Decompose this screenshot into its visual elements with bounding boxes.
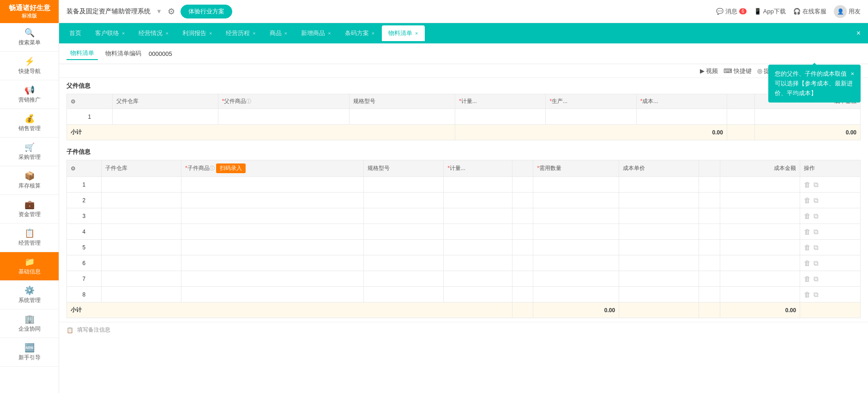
child-cell-quantity-8[interactable] (533, 287, 619, 302)
sidebar-item-guide[interactable]: 🆕新手引导 (0, 338, 59, 367)
child-cell-amount-7[interactable] (720, 271, 800, 287)
delete-icon-1[interactable]: 🗑 (804, 181, 811, 188)
child-cell-product-6[interactable] (181, 255, 364, 271)
child-cell-unit-7[interactable] (444, 271, 512, 287)
child-cell-unitcost-1[interactable] (619, 177, 699, 193)
child-cell-unit-8[interactable] (444, 287, 512, 302)
nav-tab-6[interactable]: 新增商品× (295, 25, 337, 41)
copy-icon-7[interactable]: ⧉ (814, 275, 819, 283)
sidebar-item-enterprise[interactable]: 🏢企业协同 (0, 309, 59, 338)
sidebar-item-sales[interactable]: 💰销售管理 (0, 109, 59, 138)
view-btn[interactable]: ▶ 视频 (700, 67, 718, 75)
nav-tab-close-8[interactable]: × (415, 30, 418, 36)
nav-tab-3[interactable]: 利润报告× (176, 25, 218, 41)
child-cell-unitcost-3[interactable] (619, 208, 699, 224)
child-cell-quantity-5[interactable] (533, 240, 619, 255)
child-cell-amount-4[interactable] (720, 224, 800, 240)
child-cell-product-8[interactable] (181, 287, 364, 302)
child-cell-quantity-4[interactable] (533, 224, 619, 240)
nav-tab-close-1[interactable]: × (122, 30, 125, 36)
sidebar-item-quick-nav[interactable]: ⚡快捷导航 (0, 52, 59, 80)
child-cell-spec-1[interactable] (363, 177, 443, 193)
child-cell-product-2[interactable] (181, 193, 364, 208)
nav-tab-close-5[interactable]: × (284, 30, 287, 36)
sidebar-item-system[interactable]: ⚙️系统管理 (0, 281, 59, 309)
child-cell-warehouse-2[interactable] (101, 193, 181, 208)
nav-tab-2[interactable]: 经营情况× (132, 25, 175, 41)
nav-tab-close-6[interactable]: × (328, 30, 331, 36)
child-cell-product-1[interactable] (181, 177, 364, 193)
child-cell-unit-4[interactable] (444, 224, 512, 240)
child-cell-unit-6[interactable] (444, 255, 512, 271)
child-cell-warehouse-5[interactable] (101, 240, 181, 255)
child-cell-spec-3[interactable] (363, 208, 443, 224)
child-cell-quantity-1[interactable] (533, 177, 619, 193)
child-cell-unit-5[interactable] (444, 240, 512, 255)
child-cell-quantity-7[interactable] (533, 271, 619, 287)
child-cell-product-7[interactable] (181, 271, 364, 287)
copy-icon-3[interactable]: ⧉ (814, 212, 819, 220)
copy-icon-6[interactable]: ⧉ (814, 259, 819, 267)
child-cell-spec-8[interactable] (363, 287, 443, 302)
child-cell-unit-2[interactable] (444, 193, 512, 208)
sidebar-item-purchase[interactable]: 🛒采购管理 (0, 138, 59, 166)
child-cell-warehouse-4[interactable] (101, 224, 181, 240)
child-cell-unitcost-5[interactable] (619, 240, 699, 255)
nav-tab-close-4[interactable]: × (253, 30, 255, 36)
nav-tab-close-2[interactable]: × (165, 30, 168, 36)
scan-button[interactable]: 扫码录入 (216, 163, 246, 173)
nav-tab-1[interactable]: 客户联络× (89, 25, 131, 41)
child-cell-warehouse-8[interactable] (101, 287, 181, 302)
parent-cell-production[interactable] (546, 109, 636, 125)
close-all-tabs-icon[interactable]: × (853, 27, 864, 39)
child-cell-spec-5[interactable] (363, 240, 443, 255)
copy-icon-1[interactable]: ⧉ (814, 181, 819, 189)
parent-cell-product[interactable] (218, 109, 349, 125)
child-cell-product-3[interactable] (181, 208, 364, 224)
sidebar-item-search[interactable]: 🔍搜索菜单 (0, 23, 59, 52)
parent-cell-cost[interactable] (636, 109, 727, 125)
child-cell-quantity-3[interactable] (533, 208, 619, 224)
child-cell-warehouse-1[interactable] (101, 177, 181, 193)
parent-cell-spec[interactable] (350, 109, 455, 125)
delete-icon-7[interactable]: 🗑 (804, 275, 811, 283)
copy-icon-8[interactable]: ⧉ (814, 290, 819, 299)
child-cell-spec-2[interactable] (363, 193, 443, 208)
child-cell-quantity-2[interactable] (533, 193, 619, 208)
child-cell-amount-6[interactable] (720, 255, 800, 271)
shortcut-btn[interactable]: ⌨ 快捷键 (723, 67, 752, 75)
dropdown-arrow-icon[interactable]: ▼ (156, 8, 162, 15)
sidebar-item-marketing[interactable]: 📢营销推广 (0, 80, 59, 109)
nav-tab-close-7[interactable]: × (372, 30, 374, 36)
nav-tab-0[interactable]: 首页 (63, 25, 88, 41)
child-cell-spec-4[interactable] (363, 224, 443, 240)
copy-icon-5[interactable]: ⧉ (814, 243, 819, 252)
child-cell-unitcost-6[interactable] (619, 255, 699, 271)
delete-icon-3[interactable]: 🗑 (804, 212, 811, 220)
sidebar-item-basic[interactable]: 📁基础信息 (0, 252, 59, 281)
child-cell-unit-3[interactable] (444, 208, 512, 224)
child-cell-product-4[interactable] (181, 224, 364, 240)
child-cell-unit-1[interactable] (444, 177, 512, 193)
parent-cell-unit[interactable] (455, 109, 546, 125)
child-cell-amount-1[interactable] (720, 177, 800, 193)
child-cell-spec-6[interactable] (363, 255, 443, 271)
child-cell-unitcost-2[interactable] (619, 193, 699, 208)
child-cell-unitcost-7[interactable] (619, 271, 699, 287)
child-cell-amount-8[interactable] (720, 287, 800, 302)
child-cell-amount-2[interactable] (720, 193, 800, 208)
child-cell-quantity-6[interactable] (533, 255, 619, 271)
child-cell-unitcost-4[interactable] (619, 224, 699, 240)
nav-tab-8[interactable]: 物料清单× (382, 25, 424, 41)
sub-tab-code[interactable]: 物料清单编码 (102, 48, 145, 60)
user-item[interactable]: 👤 用友 (834, 5, 861, 18)
sub-tab-bom[interactable]: 物料清单 (66, 47, 98, 60)
child-cell-spec-7[interactable] (363, 271, 443, 287)
sidebar-item-ops[interactable]: 📋经营管理 (0, 224, 59, 252)
nav-tab-close-3[interactable]: × (209, 30, 212, 36)
child-cell-warehouse-7[interactable] (101, 271, 181, 287)
message-item[interactable]: 💬 消息 6 (716, 7, 747, 16)
child-cell-amount-3[interactable] (720, 208, 800, 224)
parent-cell-amount[interactable] (754, 109, 860, 125)
nav-tab-5[interactable]: 商品× (263, 25, 294, 41)
